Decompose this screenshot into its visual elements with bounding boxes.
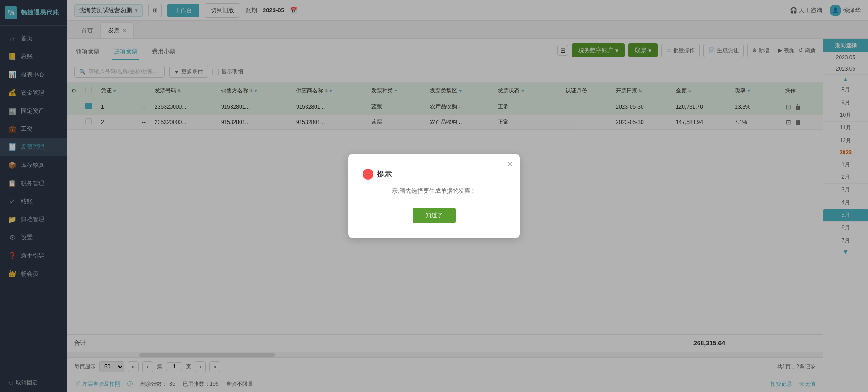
dialog-confirm-button[interactable]: 知道了 (413, 208, 456, 223)
dialog-message: 亲,请先选择要生成单据的发票！ (363, 187, 505, 195)
alert-dialog: ✕ ! 提示 亲,请先选择要生成单据的发票！ 知道了 (348, 154, 520, 238)
dialog-title: ! 提示 (363, 169, 505, 180)
dialog-overlay[interactable]: ✕ ! 提示 亲,请先选择要生成单据的发票！ 知道了 (0, 0, 868, 392)
warning-icon: ! (363, 169, 373, 180)
dialog-close-button[interactable]: ✕ (507, 160, 513, 168)
